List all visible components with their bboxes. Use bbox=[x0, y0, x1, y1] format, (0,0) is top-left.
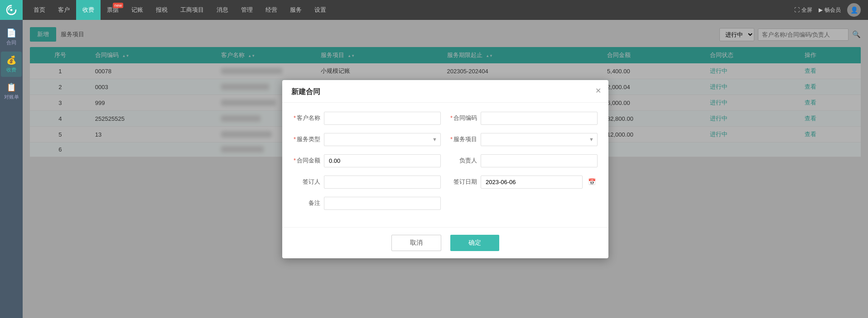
new-contract-modal: 新建合同 ✕ *客户名称 *合同编码 bbox=[282, 80, 608, 258]
member-button[interactable]: ▶ 畅会员 bbox=[819, 6, 841, 14]
contract-icon: 📄 bbox=[6, 28, 16, 38]
nav-items: 首页 客户 收费 票据 new 记账 报税 工商项目 消息 管理 经营 服务 设… bbox=[23, 0, 794, 20]
modal-overlay: 新建合同 ✕ *客户名称 *合同编码 bbox=[23, 20, 868, 318]
remark-label: 备注 bbox=[293, 199, 320, 207]
service-type-select[interactable] bbox=[324, 133, 441, 146]
service-type-select-wrap: ▼ bbox=[324, 133, 441, 146]
topnav-right: ⛶ 全屏 ▶ 畅会员 👤 bbox=[794, 3, 868, 17]
modal-footer: 取消 确定 bbox=[282, 227, 608, 258]
main-content: 新增 服务项目 进行中 全部 已完成 已终止 🔍 序号 合同编码 ▲▼ bbox=[23, 20, 868, 318]
sign-date-label: 签订日期 bbox=[450, 178, 477, 186]
contract-no-label: *合同编码 bbox=[450, 114, 477, 122]
remark-input[interactable] bbox=[324, 197, 441, 210]
sidebar: 📄 合同 💰 收费 📋 对账单 bbox=[0, 20, 23, 318]
nav-customer[interactable]: 客户 bbox=[52, 0, 76, 20]
fullscreen-button[interactable]: ⛶ 全屏 bbox=[794, 6, 812, 14]
amount-input[interactable] bbox=[324, 154, 441, 167]
form-row-3: *合同金额 负责人 bbox=[293, 154, 598, 167]
form-group-customer-name: *客户名称 bbox=[293, 112, 441, 125]
sidebar-item-statement[interactable]: 📋 对账单 bbox=[1, 79, 22, 104]
nav-fee[interactable]: 收费 bbox=[76, 0, 101, 20]
statement-icon: 📋 bbox=[6, 82, 16, 92]
responsible-input[interactable] bbox=[481, 154, 598, 167]
form-group-responsible: 负责人 bbox=[450, 154, 598, 167]
nav-home[interactable]: 首页 bbox=[27, 0, 52, 20]
sidebar-item-fee[interactable]: 💰 收费 bbox=[1, 52, 22, 77]
new-badge: new bbox=[113, 3, 123, 8]
nav-operation[interactable]: 经营 bbox=[259, 0, 284, 20]
nav-tax[interactable]: 报税 bbox=[149, 0, 174, 20]
form-group-service-item: *服务项目 ▼ bbox=[450, 133, 598, 146]
nav-bookkeeping[interactable]: 记账 bbox=[125, 0, 149, 20]
responsible-label: 负责人 bbox=[450, 157, 477, 165]
form-group-sign-date: 签订日期 📅 bbox=[450, 176, 598, 189]
sidebar-item-statement-label: 对账单 bbox=[4, 94, 19, 100]
service-item-select-wrap: ▼ bbox=[481, 133, 598, 146]
nav-manage[interactable]: 管理 bbox=[235, 0, 259, 20]
customer-name-input[interactable] bbox=[324, 112, 441, 125]
amount-label: *合同金额 bbox=[293, 157, 320, 165]
service-type-label: *服务类型 bbox=[293, 135, 320, 143]
form-row-5: 备注 bbox=[293, 197, 598, 210]
required-star-2: * bbox=[450, 114, 453, 121]
calendar-icon-button[interactable]: 📅 bbox=[586, 178, 598, 185]
form-row-2: *服务类型 ▼ *服务项目 bbox=[293, 133, 598, 146]
required-star-3: * bbox=[294, 136, 296, 142]
nav-invoice[interactable]: 票据 new bbox=[101, 0, 125, 20]
sidebar-item-contract[interactable]: 📄 合同 bbox=[1, 24, 22, 50]
form-group-signer: 签订人 bbox=[293, 176, 441, 189]
service-item-select[interactable] bbox=[481, 133, 598, 146]
modal-close-button[interactable]: ✕ bbox=[595, 86, 601, 95]
top-navigation: 首页 客户 收费 票据 new 记账 报税 工商项目 消息 管理 经营 服务 设… bbox=[0, 0, 868, 20]
fee-icon: 💰 bbox=[6, 55, 16, 65]
nav-business[interactable]: 工商项目 bbox=[174, 0, 210, 20]
fullscreen-icon: ⛶ bbox=[794, 7, 800, 13]
customer-name-label: *客户名称 bbox=[293, 114, 320, 122]
logo[interactable] bbox=[0, 0, 23, 20]
sidebar-item-fee-label: 收费 bbox=[6, 66, 16, 73]
form-group-remark: 备注 bbox=[293, 197, 441, 210]
cancel-button[interactable]: 取消 bbox=[391, 235, 441, 251]
nav-settings[interactable]: 设置 bbox=[308, 0, 333, 20]
service-item-label: *服务项目 bbox=[450, 135, 477, 143]
contract-no-input[interactable] bbox=[481, 112, 598, 125]
signer-label: 签订人 bbox=[293, 178, 320, 186]
required-star-5: * bbox=[294, 157, 296, 164]
form-group-amount: *合同金额 bbox=[293, 154, 441, 167]
main-layout: 📄 合同 💰 收费 📋 对账单 新增 服务项目 进行中 全部 已完成 已终止 bbox=[0, 20, 868, 318]
sign-date-input[interactable] bbox=[481, 176, 583, 189]
modal-body: *客户名称 *合同编码 bbox=[282, 103, 608, 227]
avatar[interactable]: 👤 bbox=[847, 3, 861, 17]
sidebar-item-contract-label: 合同 bbox=[6, 39, 16, 46]
svg-point-0 bbox=[10, 9, 13, 11]
form-row-1: *客户名称 *合同编码 bbox=[293, 112, 598, 125]
confirm-button[interactable]: 确定 bbox=[450, 235, 499, 251]
modal-title: 新建合同 bbox=[282, 80, 608, 103]
play-icon: ▶ bbox=[819, 7, 823, 13]
nav-service[interactable]: 服务 bbox=[284, 0, 308, 20]
required-star-1: * bbox=[294, 114, 296, 121]
form-group-service-type: *服务类型 ▼ bbox=[293, 133, 441, 146]
required-star-4: * bbox=[450, 136, 453, 142]
form-group-contract-no: *合同编码 bbox=[450, 112, 598, 125]
signer-input[interactable] bbox=[324, 176, 441, 189]
nav-message[interactable]: 消息 bbox=[210, 0, 235, 20]
form-row-4: 签订人 签订日期 📅 bbox=[293, 176, 598, 189]
